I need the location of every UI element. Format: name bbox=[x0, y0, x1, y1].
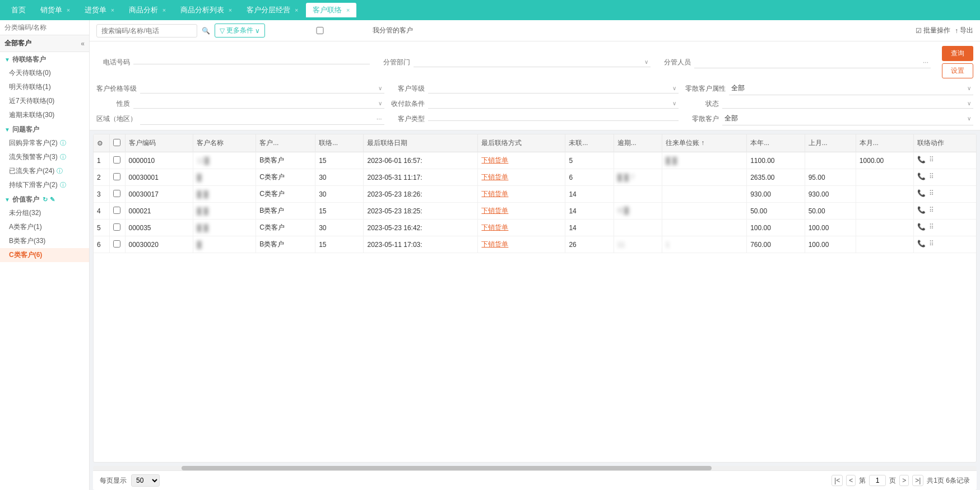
close-goods-icon[interactable]: × bbox=[162, 7, 166, 13]
my-customers-checkbox[interactable]: 我分管的客户 bbox=[270, 26, 413, 35]
nav-goods-list[interactable]: 商品分析列表 × bbox=[174, 3, 239, 17]
payment-select[interactable]: ∨ bbox=[428, 99, 679, 109]
batch-op-btn[interactable]: ☑ 批量操作 bbox=[916, 26, 950, 35]
row-checkbox[interactable] bbox=[113, 173, 120, 180]
row-checkbox[interactable] bbox=[113, 190, 120, 197]
my-customers-check[interactable] bbox=[270, 27, 370, 34]
row-actions[interactable]: 📞 ⠿ bbox=[914, 236, 976, 251]
sidebar-item-7days[interactable]: 近7天待联络(0) bbox=[0, 94, 89, 108]
row-last-method[interactable]: 下销货单 bbox=[478, 203, 565, 220]
nav-goods-analysis[interactable]: 商品分析 × bbox=[122, 3, 173, 17]
col-gear[interactable]: ⚙ bbox=[94, 134, 109, 152]
close-purchase-icon[interactable]: × bbox=[111, 7, 114, 13]
action-more-icon[interactable]: ⠿ bbox=[929, 223, 934, 231]
next-page-btn[interactable]: > bbox=[899, 475, 909, 486]
edit-icon[interactable]: ✎ bbox=[50, 196, 55, 203]
nav-customer-contact[interactable]: 客户联络 × bbox=[306, 3, 356, 17]
sidebar-item-churned[interactable]: 已流失客户(24) ⓘ bbox=[0, 164, 89, 178]
sidebar-all-customers[interactable]: 全部客户 « bbox=[0, 35, 89, 52]
last-page-btn[interactable]: >| bbox=[912, 475, 923, 486]
row-last-method[interactable]: 下销货单 bbox=[478, 152, 565, 169]
close-tier-icon[interactable]: × bbox=[295, 7, 298, 13]
row-select[interactable] bbox=[109, 203, 125, 220]
phone-input[interactable] bbox=[133, 60, 370, 64]
refresh-icon[interactable]: ↻ bbox=[43, 196, 48, 203]
region-input[interactable]: ··· bbox=[140, 113, 384, 125]
set-button[interactable]: 设置 bbox=[942, 63, 973, 78]
row-actions[interactable]: 📞 ⠿ bbox=[914, 169, 976, 184]
search-input[interactable] bbox=[96, 24, 197, 38]
sidebar-search-input[interactable] bbox=[4, 24, 89, 31]
customer-level-select[interactable]: ∨ bbox=[428, 83, 679, 94]
row-last-method[interactable]: 下销货单 bbox=[478, 186, 565, 203]
row-select[interactable] bbox=[109, 169, 125, 186]
row-actions[interactable]: 📞 ⠿ bbox=[914, 186, 976, 200]
action-more-icon[interactable]: ⠿ bbox=[929, 156, 934, 164]
more-conditions-btn[interactable]: ▽ 更多条件 ∨ bbox=[215, 24, 265, 38]
action-more-icon[interactable]: ⠿ bbox=[929, 189, 934, 197]
action-phone-icon[interactable]: 📞 bbox=[917, 189, 926, 197]
close-sales-icon[interactable]: × bbox=[67, 7, 70, 13]
action-more-icon[interactable]: ⠿ bbox=[929, 240, 934, 248]
row-actions[interactable]: 📞 ⠿ bbox=[914, 152, 976, 167]
export-btn[interactable]: ↑ 导出 bbox=[955, 26, 973, 35]
per-page-select[interactable]: 50 100 200 bbox=[131, 474, 160, 487]
sidebar-item-overdue-contact[interactable]: 逾期未联络(30) bbox=[0, 108, 89, 122]
price-level-select[interactable]: ∨ bbox=[140, 83, 384, 94]
action-more-icon[interactable]: ⠿ bbox=[929, 206, 934, 214]
sidebar-item-today[interactable]: 今天待联络(0) bbox=[0, 66, 89, 80]
action-phone-icon[interactable]: 📞 bbox=[917, 240, 926, 248]
row-last-method[interactable]: 下销货单 bbox=[478, 220, 565, 236]
row-checkbox[interactable] bbox=[113, 207, 120, 214]
select-all-checkbox[interactable] bbox=[113, 139, 120, 146]
nature-select[interactable]: ∨ bbox=[133, 99, 384, 109]
close-goods-list-icon[interactable]: × bbox=[229, 7, 232, 13]
customer-type-input[interactable] bbox=[428, 117, 679, 121]
sidebar-item-churn-warning[interactable]: 流失预警客户(3) ⓘ bbox=[0, 150, 89, 164]
action-more-icon[interactable]: ⠿ bbox=[929, 172, 934, 180]
last-method-link[interactable]: 下销货单 bbox=[481, 173, 508, 181]
row-last-method[interactable]: 下销货单 bbox=[478, 169, 565, 186]
row-last-method[interactable]: 下销货单 bbox=[478, 236, 565, 253]
row-checkbox[interactable] bbox=[113, 156, 120, 164]
sidebar-item-unclassified[interactable]: 未分组(32) bbox=[0, 206, 89, 220]
row-checkbox[interactable] bbox=[113, 223, 120, 231]
action-phone-icon[interactable]: 📞 bbox=[917, 223, 926, 231]
row-actions[interactable]: 📞 ⠿ bbox=[914, 220, 976, 234]
row-checkbox[interactable] bbox=[113, 240, 120, 248]
close-contact-icon[interactable]: × bbox=[346, 7, 350, 13]
action-phone-icon[interactable]: 📞 bbox=[917, 206, 926, 214]
row-select[interactable] bbox=[109, 220, 125, 236]
sidebar-item-class-c[interactable]: C类客户(6) bbox=[0, 248, 89, 262]
last-method-link[interactable]: 下销货单 bbox=[481, 207, 508, 214]
row-select[interactable] bbox=[109, 236, 125, 253]
last-method-link[interactable]: 下销货单 bbox=[481, 223, 508, 231]
nav-customer-tier[interactable]: 客户分层经营 × bbox=[240, 3, 305, 17]
last-method-link[interactable]: 下销货单 bbox=[481, 190, 508, 198]
sidebar-item-repurchase-abnormal[interactable]: 回购异常客户(2) ⓘ bbox=[0, 136, 89, 150]
nav-home[interactable]: 首页 bbox=[4, 3, 32, 17]
search-icon[interactable]: 🔍 bbox=[202, 27, 210, 35]
nav-sales[interactable]: 销货单 × bbox=[34, 3, 77, 17]
page-number-input[interactable] bbox=[869, 475, 886, 486]
scrollbar-thumb[interactable] bbox=[182, 466, 712, 470]
status-select[interactable]: ∨ bbox=[722, 99, 973, 109]
action-phone-icon[interactable]: 📞 bbox=[917, 172, 926, 180]
row-select[interactable] bbox=[109, 152, 125, 169]
scatter-attr-select[interactable]: 全部 ∨ bbox=[729, 82, 973, 95]
last-method-link[interactable]: 下销货单 bbox=[481, 156, 508, 164]
sidebar-item-declining[interactable]: 持续下滑客户(2) ⓘ bbox=[0, 178, 89, 192]
first-page-btn[interactable]: |< bbox=[832, 475, 843, 486]
sidebar-item-tomorrow[interactable]: 明天待联络(1) bbox=[0, 80, 89, 94]
dept-select[interactable]: ∨ bbox=[414, 57, 650, 67]
horizontal-scrollbar[interactable] bbox=[93, 466, 977, 470]
row-select[interactable] bbox=[109, 186, 125, 203]
sidebar-item-class-a[interactable]: A类客户(1) bbox=[0, 220, 89, 234]
row-actions[interactable]: 📞 ⠿ bbox=[914, 203, 976, 217]
manager-input[interactable]: ··· bbox=[694, 57, 931, 68]
action-phone-icon[interactable]: 📞 bbox=[917, 156, 926, 164]
scatter-customer-select[interactable]: 全部 ∨ bbox=[722, 112, 973, 125]
last-method-link[interactable]: 下销货单 bbox=[481, 240, 508, 248]
sidebar-item-class-b[interactable]: B类客户(33) bbox=[0, 234, 89, 248]
query-button[interactable]: 查询 bbox=[942, 46, 973, 61]
